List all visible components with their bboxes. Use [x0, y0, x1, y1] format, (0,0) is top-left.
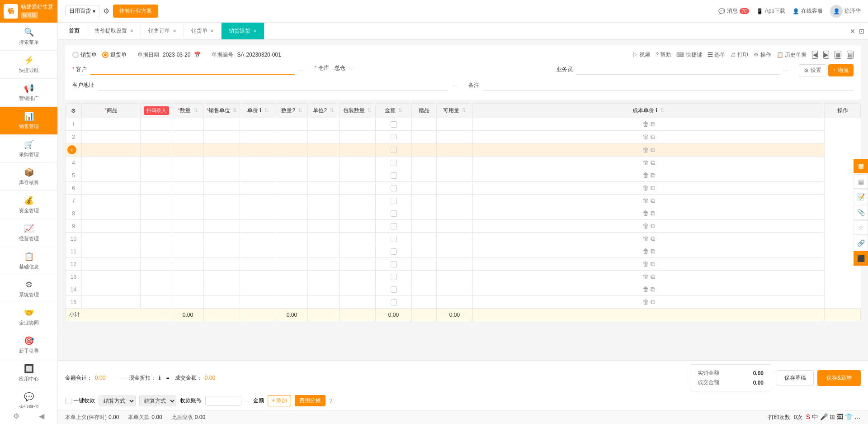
product-cell-6[interactable]	[82, 182, 141, 195]
unit2-cell-1[interactable]	[276, 118, 308, 131]
gift-checkbox-8[interactable]	[391, 210, 397, 217]
account-picker-dots[interactable]: ···	[245, 398, 250, 404]
quantity-cell-8[interactable]	[141, 207, 172, 220]
unit-price-cell-7[interactable]	[204, 195, 240, 207]
sidebar-item-purchase[interactable]: 🛒采购管理	[0, 135, 57, 163]
amount-cell-8[interactable]	[340, 207, 376, 220]
cost-price-cell-10[interactable]	[437, 233, 473, 245]
quantity-cell-13[interactable]	[141, 271, 172, 283]
one-click-pay-check[interactable]	[65, 398, 71, 404]
unit-price-cell-2[interactable]	[204, 131, 240, 143]
copy-row-btn-11[interactable]: ⧉	[651, 248, 655, 255]
copy-row-btn-1[interactable]: ⧉	[651, 120, 655, 128]
one-click-pay-checkbox[interactable]: 一键收款	[65, 397, 95, 405]
available-cell-11[interactable]	[412, 245, 437, 258]
sidebar-item-basic[interactable]: 📋基础信息	[0, 247, 57, 275]
gift-checkbox-9[interactable]	[391, 223, 397, 229]
sale-unit-cell-14[interactable]	[172, 283, 204, 296]
address-input[interactable]	[98, 80, 448, 91]
settlement-method-select[interactable]: 结算方式	[99, 395, 136, 406]
address-picker-btn[interactable]: ···	[452, 82, 458, 89]
tool-shortcut[interactable]: ⌨ 快捷键	[676, 51, 702, 59]
quantity-cell-14[interactable]	[141, 283, 172, 296]
copy-row-btn-6[interactable]: ⧉	[651, 184, 655, 192]
unit-price-cell-4[interactable]	[204, 157, 240, 169]
unit2-cell-7[interactable]	[276, 195, 308, 207]
pack-qty-cell-14[interactable]	[308, 283, 340, 296]
side-panel-note[interactable]: 📝	[854, 190, 868, 204]
pack-qty-cell-7[interactable]	[308, 195, 340, 207]
available-cell-9[interactable]	[412, 220, 437, 233]
amount-cell-9[interactable]	[340, 220, 376, 233]
sale-unit-cell-7[interactable]	[172, 195, 204, 207]
sidebar-item-operation[interactable]: 📈经营管理	[0, 219, 57, 247]
unit2-cell-11[interactable]	[276, 245, 308, 258]
copy-row-btn-15[interactable]: ⧉	[651, 298, 655, 306]
tab-sale-goods[interactable]: 销货单✕	[184, 23, 222, 39]
available-cell-14[interactable]	[412, 283, 437, 296]
side-panel-attachment[interactable]: 📎	[854, 205, 868, 219]
tool-help[interactable]: ? 帮助	[656, 51, 671, 59]
unit-price-cell-8[interactable]	[204, 207, 240, 220]
delete-row-btn-14[interactable]: 🗑	[642, 286, 649, 293]
qty2-cell-11[interactable]	[240, 245, 276, 258]
product-cell-10[interactable]	[82, 233, 141, 245]
delete-row-btn-13[interactable]: 🗑	[642, 273, 649, 281]
product-cell-3[interactable]	[82, 143, 141, 157]
product-cell-9[interactable]	[82, 220, 141, 233]
tool-video[interactable]: ▷ 视频	[632, 51, 650, 59]
delete-row-btn-4[interactable]: 🗑	[642, 159, 649, 167]
user-profile[interactable]: 👤 徐泽华	[830, 5, 861, 18]
qty2-cell-10[interactable]	[240, 233, 276, 245]
available-cell-2[interactable]	[412, 131, 437, 143]
copy-row-btn-7[interactable]: ⧉	[651, 197, 655, 205]
save-new-btn[interactable]: 保存&新增	[817, 370, 861, 386]
cost-price-cell-15[interactable]	[437, 296, 473, 309]
pack-qty-cell-8[interactable]	[308, 207, 340, 220]
available-cell-4[interactable]	[412, 157, 437, 169]
product-cell-11[interactable]	[82, 245, 141, 258]
qty2-cell-8[interactable]	[240, 207, 276, 220]
sidebar-item-inventory[interactable]: 📦库存核算	[0, 163, 57, 191]
pack-qty-cell-11[interactable]	[308, 245, 340, 258]
product-cell-8[interactable]	[82, 207, 141, 220]
tool-history[interactable]: 📋 历史单据	[777, 51, 807, 59]
gift-cell-3[interactable]	[376, 143, 412, 157]
cost-price-cell-8[interactable]	[437, 207, 473, 220]
quantity-cell-11[interactable]	[141, 245, 172, 258]
amount-cell-2[interactable]	[340, 131, 376, 143]
sale-unit-cell-4[interactable]	[172, 157, 204, 169]
tab-sale-order[interactable]: 销售订单✕	[141, 23, 184, 39]
tab-close-sale-return[interactable]: ✕	[253, 29, 257, 33]
pack-qty-cell-9[interactable]	[308, 220, 340, 233]
sale-unit-cell-13[interactable]	[172, 271, 204, 283]
product-cell-12[interactable]	[82, 258, 141, 271]
tab-sale-price[interactable]: 售价提取设置✕	[87, 23, 141, 39]
copy-row-btn-3[interactable]: ⧉	[651, 146, 655, 154]
delete-row-btn-6[interactable]: 🗑	[642, 184, 649, 192]
discount-info-icon[interactable]: ℹ	[159, 375, 161, 381]
product-cell-2[interactable]	[82, 131, 141, 143]
account-input[interactable]	[205, 396, 241, 406]
side-panel-table-view[interactable]: ▦	[854, 159, 868, 173]
unit2-cell-12[interactable]	[276, 258, 308, 271]
view-card-btn[interactable]: ▤	[847, 51, 854, 59]
amount-cell-3[interactable]	[340, 143, 376, 157]
copy-row-btn-13[interactable]: ⧉	[651, 273, 655, 281]
cost-price-cell-3[interactable]	[437, 143, 473, 157]
gift-checkbox-13[interactable]	[391, 274, 397, 280]
sale-unit-cell-1[interactable]	[172, 118, 204, 131]
calendar-icon[interactable]: 📅	[194, 52, 201, 58]
qty2-cell-6[interactable]	[240, 182, 276, 195]
amount-cell-14[interactable]	[340, 283, 376, 296]
calculation-method-select[interactable]: 结算方式	[139, 395, 176, 406]
available-cell-12[interactable]	[412, 258, 437, 271]
unit2-cell-5[interactable]	[276, 169, 308, 182]
gift-checkbox-4[interactable]	[391, 160, 397, 166]
available-cell-8[interactable]	[412, 207, 437, 220]
available-cell-10[interactable]	[412, 233, 437, 245]
unit2-cell-6[interactable]	[276, 182, 308, 195]
sale-unit-cell-10[interactable]	[172, 233, 204, 245]
amount-cell-5[interactable]	[340, 169, 376, 182]
quantity-cell-4[interactable]	[141, 157, 172, 169]
